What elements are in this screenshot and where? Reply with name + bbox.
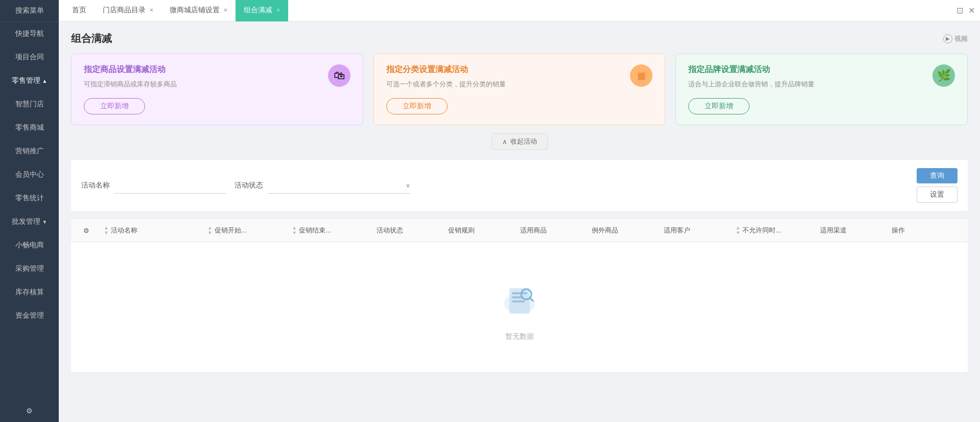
sidebar-item-xiaochangec[interactable]: 小畅电商	[0, 233, 59, 257]
th-status: 活动状态	[372, 226, 445, 235]
brand-card-add-button[interactable]: 立即新增	[688, 98, 750, 114]
sort-icon[interactable]: ▲▼	[207, 225, 213, 236]
table-header: ⚙ ▲▼ 活动名称 ▲▼ 促销开始... ▲▼ 促销结束... 活动状态	[71, 219, 968, 242]
th-except: 例外商品	[588, 226, 660, 235]
empty-icon	[494, 273, 545, 324]
tab-home[interactable]: 首页	[64, 0, 95, 21]
category-card-title: 指定分类设置满减活动	[386, 64, 653, 75]
goods-card-title: 指定商品设置满减活动	[84, 64, 351, 75]
th-settings[interactable]: ⚙	[79, 227, 100, 235]
main-area: 首页 门店商品目录 × 微商城店铺设置 × 组合满减 × ⊡ ✕ 组合满减 ▶ …	[59, 0, 980, 422]
empty-state: 暂无数据	[71, 242, 968, 372]
search-actions: 查询 设置	[917, 168, 958, 203]
activity-status-label: 活动状态	[235, 181, 263, 190]
brand-card-icon: 🌿	[932, 64, 955, 87]
th-name: ▲▼ 活动名称	[100, 225, 203, 236]
brand-card-desc: 适合与上游企业联合做营销，提升品牌销量	[688, 79, 955, 90]
window-controls: ⊡ ✕	[956, 6, 975, 15]
sidebar: 搜索菜单 快捷导航 项目合同 零售管理 ▲ 智慧门店 零售商城 营销推广 会员中…	[0, 0, 59, 422]
category-card-add-button[interactable]: 立即新增	[386, 98, 448, 114]
sidebar-search[interactable]: 搜索菜单	[0, 0, 59, 22]
page-header: 组合满减 ▶ 视频	[71, 32, 968, 45]
brand-activity-card: 🌿 指定品牌设置满减活动 适合与上游企业联合做营销，提升品牌销量 立即新增	[675, 54, 968, 125]
restore-icon[interactable]: ⊡	[956, 6, 963, 15]
sidebar-item-purchase[interactable]: 采购管理	[0, 257, 59, 280]
goods-card-icon: 🛍	[328, 64, 351, 87]
sidebar-item-wholesale[interactable]: 批发管理 ▼	[0, 210, 59, 233]
tab-wechat-store[interactable]: 微商城店铺设置 ×	[161, 0, 236, 21]
page-content: 组合满减 ▶ 视频 🛍 指定商品设置满减活动 可指定滞销商品或库存较多商品 立即…	[59, 21, 980, 422]
sidebar-item-retail-management[interactable]: 零售管理 ▲	[0, 69, 59, 92]
column-settings-icon: ⚙	[83, 227, 89, 235]
tab-combo-discount[interactable]: 组合满减 ×	[236, 0, 288, 21]
search-bar: 活动名称 活动状态 ∨ 查询 设置	[71, 160, 968, 211]
page-title: 组合满减	[71, 32, 112, 45]
settings-button[interactable]: 设置	[917, 186, 958, 203]
th-start: ▲▼ 促销开始...	[203, 225, 288, 236]
sidebar-item-retail-mall[interactable]: 零售商城	[0, 116, 59, 139]
sort-icon[interactable]: ▲▼	[104, 225, 109, 236]
activity-name-label: 活动名称	[81, 181, 110, 190]
th-rule: 促销规则	[444, 226, 516, 235]
sidebar-item-quick-nav[interactable]: 快捷导航	[0, 22, 59, 45]
th-action: 操作	[888, 226, 960, 235]
sidebar-item-smart-store[interactable]: 智慧门店	[0, 92, 59, 116]
data-table: ⚙ ▲▼ 活动名称 ▲▼ 促销开始... ▲▼ 促销结束... 活动状态	[71, 219, 968, 372]
empty-text: 暂无数据	[505, 332, 534, 341]
th-customer: 适用客户	[660, 226, 732, 235]
th-channel: 适用渠道	[816, 226, 888, 235]
collapse-icon: ∧	[502, 138, 507, 146]
settings-icon: ⚙	[26, 407, 33, 415]
svg-rect-3	[512, 296, 522, 298]
chevron-down-icon: ∨	[406, 182, 410, 189]
goods-activity-card: 🛍 指定商品设置满减活动 可指定滞销商品或库存较多商品 立即新增	[71, 54, 363, 125]
sidebar-item-marketing[interactable]: 营销推广	[0, 139, 59, 163]
activity-status-field: 活动状态 ∨	[235, 177, 410, 194]
svg-rect-4	[512, 300, 525, 302]
sidebar-item-finance[interactable]: 资金管理	[0, 304, 59, 327]
close-icon[interactable]: ✕	[968, 6, 975, 15]
sidebar-item-member-center[interactable]: 会员中心	[0, 163, 59, 186]
activity-status-select[interactable]: ∨	[267, 177, 410, 194]
goods-card-desc: 可指定滞销商品或库存较多商品	[84, 79, 351, 90]
tab-bar: 首页 门店商品目录 × 微商城店铺设置 × 组合满减 × ⊡ ✕	[59, 0, 980, 21]
goods-card-add-button[interactable]: 立即新增	[84, 98, 145, 114]
svg-rect-2	[512, 292, 527, 294]
tab-close-icon[interactable]: ×	[224, 7, 227, 14]
query-button[interactable]: 查询	[917, 168, 958, 183]
sort-icon[interactable]: ▲▼	[292, 225, 297, 236]
sidebar-item-inventory[interactable]: 库存核算	[0, 280, 59, 304]
th-goods: 适用商品	[516, 226, 588, 235]
collapse-button[interactable]: ∧ 收起活动	[492, 133, 548, 150]
th-noconflict: ▲▼ 不允许同时...	[731, 225, 815, 236]
sort-icon[interactable]: ▲▼	[735, 225, 740, 236]
collapse-bar: ∧ 收起活动	[71, 133, 968, 150]
th-end: ▲▼ 促销结束...	[288, 225, 372, 236]
category-card-desc: 可选一个或者多个分类，提升分类的销量	[386, 79, 653, 90]
sidebar-item-project-contract[interactable]: 项目合同	[0, 45, 59, 69]
sidebar-settings-button[interactable]: ⚙	[0, 400, 59, 422]
tab-product-catalog[interactable]: 门店商品目录 ×	[95, 0, 161, 21]
arrow-icon: ▼	[42, 219, 48, 225]
sidebar-item-retail-stats[interactable]: 零售统计	[0, 186, 59, 210]
category-activity-card: ▦ 指定分类设置满减活动 可选一个或者多个分类，提升分类的销量 立即新增	[374, 54, 666, 125]
play-icon: ▶	[943, 34, 952, 43]
activity-cards: 🛍 指定商品设置满减活动 可指定滞销商品或库存较多商品 立即新增 ▦ 指定分类设…	[71, 54, 968, 125]
arrow-icon: ▲	[42, 78, 48, 84]
activity-name-input[interactable]	[114, 177, 226, 194]
brand-card-title: 指定品牌设置满减活动	[688, 64, 955, 75]
activity-name-field: 活动名称	[81, 177, 226, 194]
tab-close-icon[interactable]: ×	[276, 7, 280, 14]
tab-close-icon[interactable]: ×	[150, 7, 153, 14]
video-link[interactable]: ▶ 视频	[943, 34, 968, 43]
